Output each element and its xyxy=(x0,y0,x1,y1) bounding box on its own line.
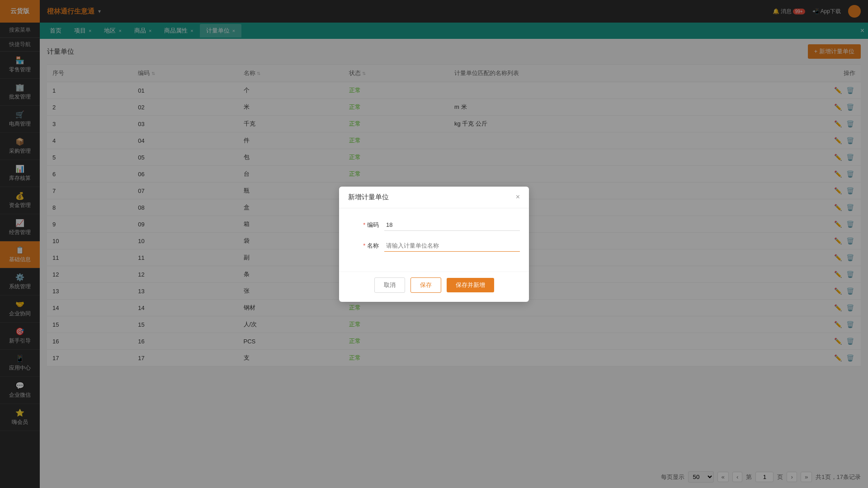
code-required-star: * xyxy=(363,221,365,228)
modal-footer: 取消 保存 保存并新增 xyxy=(339,272,529,302)
modal-body: * 编码 * 名称 xyxy=(339,208,529,272)
name-form-row: * 名称 xyxy=(348,240,520,252)
modal-overlay: 新增计量单位 × * 编码 * 名称 取消 保存 保存并新增 xyxy=(0,0,868,488)
save-and-add-button[interactable]: 保存并新增 xyxy=(447,278,494,292)
modal-title: 新增计量单位 xyxy=(348,193,389,202)
code-form-row: * 编码 xyxy=(348,219,520,231)
code-input[interactable] xyxy=(384,219,520,231)
code-label: * 编码 xyxy=(348,221,384,229)
name-label: * 名称 xyxy=(348,242,384,250)
modal-close-button[interactable]: × xyxy=(516,193,520,201)
save-button[interactable]: 保存 xyxy=(410,277,441,293)
cancel-button[interactable]: 取消 xyxy=(374,277,405,293)
modal-header: 新增计量单位 × xyxy=(339,187,529,208)
name-required-star: * xyxy=(363,242,365,249)
name-input[interactable] xyxy=(384,240,520,252)
add-unit-modal: 新增计量单位 × * 编码 * 名称 取消 保存 保存并新增 xyxy=(339,187,529,302)
